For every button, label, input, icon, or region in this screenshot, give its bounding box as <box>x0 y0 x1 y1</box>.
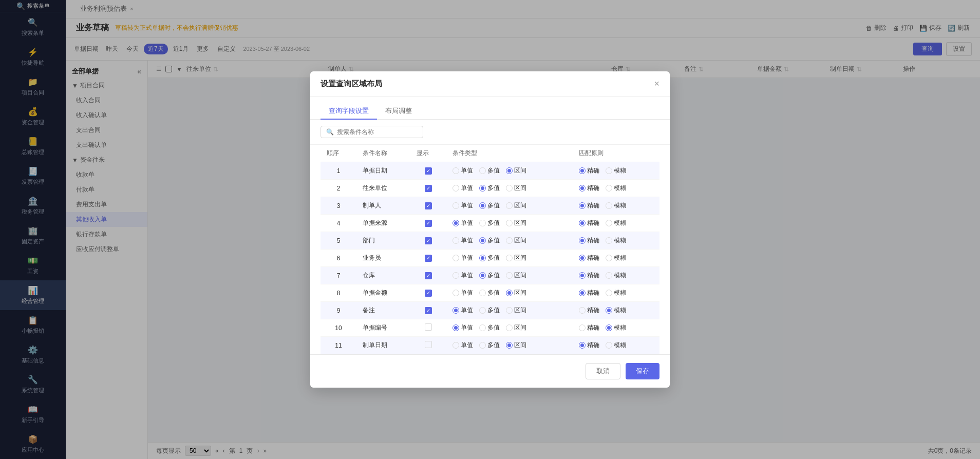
radio-match-circle-模糊-4 <box>606 220 612 226</box>
radio-type-多值-5[interactable]: 多值 <box>479 236 500 245</box>
radio-match-模糊-4[interactable]: 模糊 <box>606 219 626 227</box>
radio-match-精确-10[interactable]: 精确 <box>579 323 599 332</box>
radio-type-多值-10[interactable]: 多值 <box>479 323 500 332</box>
condition-search-input[interactable] <box>337 128 418 136</box>
radio-match-模糊-6[interactable]: 模糊 <box>606 254 626 262</box>
radio-type-多值-1[interactable]: 多值 <box>479 166 500 175</box>
radio-type-多值-8[interactable]: 多值 <box>479 289 500 297</box>
checkbox-5[interactable]: ✓ <box>425 237 432 244</box>
row-1-show[interactable]: ✓ <box>410 162 446 180</box>
dialog-close-btn[interactable]: × <box>654 79 659 89</box>
radio-type-区间-4[interactable]: 区间 <box>506 219 526 227</box>
radio-match-精确-7[interactable]: 精确 <box>579 271 599 280</box>
row-8-show[interactable]: ✓ <box>410 284 446 302</box>
table-row: 2往来单位✓单值多值区间精确模糊 <box>321 180 659 197</box>
radio-label-单值-3: 单值 <box>461 201 473 210</box>
radio-circle-多值-9 <box>479 307 486 314</box>
radio-match-模糊-11[interactable]: 模糊 <box>606 341 626 350</box>
checkbox-9[interactable]: ✓ <box>425 307 432 314</box>
radio-type-单值-7[interactable]: 单值 <box>453 271 473 280</box>
checkbox-1[interactable]: ✓ <box>425 167 432 175</box>
radio-type-单值-4[interactable]: 单值 <box>453 219 473 227</box>
radio-type-单值-9[interactable]: 单值 <box>453 306 473 315</box>
radio-match-模糊-2[interactable]: 模糊 <box>606 184 626 193</box>
radio-type-区间-11[interactable]: 区间 <box>506 341 526 350</box>
radio-type-多值-7[interactable]: 多值 <box>479 271 500 280</box>
radio-match-模糊-7[interactable]: 模糊 <box>606 271 626 280</box>
row-3-type: 单值多值区间 <box>446 197 572 215</box>
radio-match-模糊-10[interactable]: 模糊 <box>606 323 626 332</box>
radio-match-精确-11[interactable]: 精确 <box>579 341 599 350</box>
radio-match-circle-模糊-9 <box>606 307 612 314</box>
radio-type-多值-11[interactable]: 多值 <box>479 341 500 350</box>
row-10-show[interactable] <box>410 319 446 337</box>
row-8-name: 单据金额 <box>356 284 410 302</box>
table-row: 11制单日期单值多值区间精确模糊 <box>321 337 659 354</box>
radio-match-精确-3[interactable]: 精确 <box>579 201 599 210</box>
radio-type-多值-2[interactable]: 多值 <box>479 184 500 193</box>
radio-type-区间-10[interactable]: 区间 <box>506 323 526 332</box>
radio-type-区间-1[interactable]: 区间 <box>506 166 526 175</box>
tab-layout-adjust[interactable]: 布局调整 <box>377 103 420 120</box>
radio-type-单值-1[interactable]: 单值 <box>453 166 473 175</box>
radio-type-区间-8[interactable]: 区间 <box>506 289 526 297</box>
row-11-show[interactable] <box>410 337 446 354</box>
checkbox-7[interactable]: ✓ <box>425 272 432 279</box>
radio-type-区间-2[interactable]: 区间 <box>506 184 526 193</box>
radio-type-区间-5[interactable]: 区间 <box>506 236 526 245</box>
row-6-show[interactable]: ✓ <box>410 250 446 267</box>
row-3-show[interactable]: ✓ <box>410 197 446 215</box>
radio-type-单值-5[interactable]: 单值 <box>453 236 473 245</box>
table-row: 7仓库✓单值多值区间精确模糊 <box>321 267 659 284</box>
radio-type-单值-10[interactable]: 单值 <box>453 323 473 332</box>
tab-field-settings[interactable]: 查询字段设置 <box>321 103 377 120</box>
radio-match-精确-1[interactable]: 精确 <box>579 166 599 175</box>
radio-match-精确-2[interactable]: 精确 <box>579 184 599 193</box>
row-7-match: 精确模糊 <box>573 267 659 284</box>
radio-match-精确-4[interactable]: 精确 <box>579 219 599 227</box>
checkbox-2[interactable]: ✓ <box>425 185 432 192</box>
save-button[interactable]: 保存 <box>626 363 659 379</box>
radio-match-精确-9[interactable]: 精确 <box>579 306 599 315</box>
radio-match-模糊-8[interactable]: 模糊 <box>606 289 626 297</box>
radio-label-区间-3: 区间 <box>514 201 526 210</box>
radio-type-区间-3[interactable]: 区间 <box>506 201 526 210</box>
checkbox-10[interactable] <box>425 323 432 331</box>
radio-type-单值-11[interactable]: 单值 <box>453 341 473 350</box>
row-5-show[interactable]: ✓ <box>410 232 446 250</box>
radio-match-模糊-1[interactable]: 模糊 <box>606 166 626 175</box>
radio-type-多值-3[interactable]: 多值 <box>479 201 500 210</box>
radio-type-单值-3[interactable]: 单值 <box>453 201 473 210</box>
radio-circle-单值-3 <box>453 202 459 209</box>
radio-type-多值-4[interactable]: 多值 <box>479 219 500 227</box>
radio-type-单值-2[interactable]: 单值 <box>453 184 473 193</box>
radio-type-单值-6[interactable]: 单值 <box>453 254 473 262</box>
radio-match-精确-6[interactable]: 精确 <box>579 254 599 262</box>
radio-label-单值-1: 单值 <box>461 166 473 175</box>
row-9-show[interactable]: ✓ <box>410 302 446 319</box>
radio-circle-区间-7 <box>506 272 513 279</box>
radio-circle-区间-1 <box>506 167 513 174</box>
radio-type-多值-9[interactable]: 多值 <box>479 306 500 315</box>
row-2-show[interactable]: ✓ <box>410 180 446 197</box>
row-8-match: 精确模糊 <box>573 284 659 302</box>
radio-type-多值-6[interactable]: 多值 <box>479 254 500 262</box>
radio-type-区间-6[interactable]: 区间 <box>506 254 526 262</box>
radio-match-模糊-3[interactable]: 模糊 <box>606 201 626 210</box>
radio-match-模糊-9[interactable]: 模糊 <box>606 306 626 315</box>
checkbox-8[interactable]: ✓ <box>425 290 432 297</box>
radio-match-精确-5[interactable]: 精确 <box>579 236 599 245</box>
radio-type-区间-9[interactable]: 区间 <box>506 306 526 315</box>
row-4-show[interactable]: ✓ <box>410 215 446 232</box>
row-7-show[interactable]: ✓ <box>410 267 446 284</box>
radio-type-区间-7[interactable]: 区间 <box>506 271 526 280</box>
radio-match-模糊-5[interactable]: 模糊 <box>606 236 626 245</box>
cancel-button[interactable]: 取消 <box>586 363 620 379</box>
radio-circle-多值-3 <box>479 202 486 209</box>
checkbox-4[interactable]: ✓ <box>425 220 432 227</box>
checkbox-3[interactable]: ✓ <box>425 202 432 209</box>
checkbox-11[interactable] <box>425 341 432 348</box>
checkbox-6[interactable]: ✓ <box>425 255 432 262</box>
radio-type-单值-8[interactable]: 单值 <box>453 289 473 297</box>
radio-match-精确-8[interactable]: 精确 <box>579 289 599 297</box>
